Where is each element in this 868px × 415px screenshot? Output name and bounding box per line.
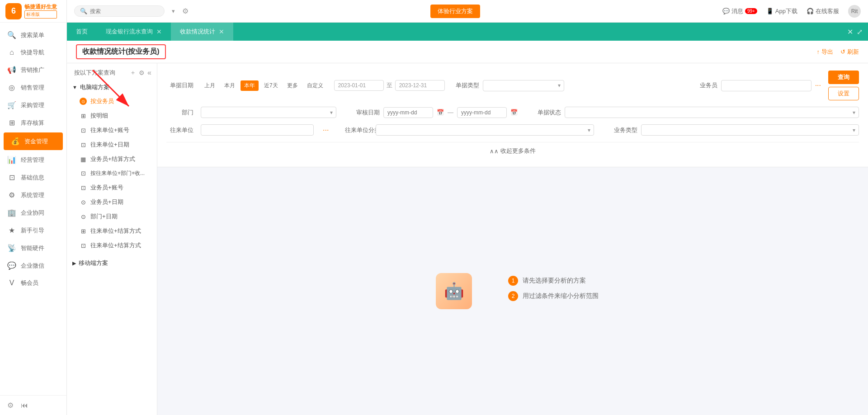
scheme-item-0[interactable]: ⊙ 按业务员 [67, 94, 157, 108]
collapse-panel-btn[interactable]: « [147, 69, 151, 77]
counterpart-more-btn[interactable]: ··· [323, 126, 329, 134]
scheme-item-8[interactable]: ⊙ 部门+日期 [67, 209, 157, 224]
dept-label: 部门 [166, 108, 193, 117]
search-icon: 🔍 [7, 31, 16, 39]
salesman-input[interactable] [721, 80, 811, 91]
tab-bank-flow[interactable]: 现金银行流水查询 ✕ [97, 23, 171, 41]
sidebar-item-wechat[interactable]: 💬 企业微信 [0, 257, 66, 274]
sidebar-item-base-info[interactable]: ⊡ 基础信息 [0, 169, 66, 186]
online-service-action[interactable]: 🎧 在线客服 [807, 7, 839, 15]
sidebar-item-system[interactable]: ⚙ 系统管理 [0, 186, 66, 204]
user-avatar[interactable]: Rit [848, 5, 861, 18]
sidebar-footer: ⚙ ⏮ [0, 395, 66, 415]
sidebar-item-operations[interactable]: 📊 经营管理 [0, 151, 66, 169]
finance-icon: 💰 [11, 137, 20, 146]
calendar-icon-from[interactable]: 📅 [437, 109, 444, 116]
date-tab-7days[interactable]: 近7天 [260, 80, 282, 91]
page-title-box: 收款情况统计(按业务员) [76, 44, 166, 59]
counterpart-category-select[interactable] [376, 124, 594, 136]
hardware-icon: 📡 [7, 244, 16, 252]
sidebar-item-quick-nav[interactable]: ⌂ 快捷导航 [0, 44, 66, 61]
doc-status-label: 单据状态 [534, 108, 561, 117]
date-from-input[interactable] [334, 80, 384, 91]
counterpart-input[interactable] [201, 124, 314, 136]
sidebar-item-enterprise[interactable]: 🏢 企业协同 [0, 204, 66, 222]
scheme-item-4[interactable]: ▦ 业务员+结算方式 [67, 152, 157, 166]
scheme-item-10[interactable]: ⊡ 往来单位+结算方式 [67, 238, 157, 253]
collapse-filter-btn[interactable]: ∧∧ 收起更多条件 [166, 142, 859, 160]
step-num-2: 2 [508, 291, 518, 301]
message-badge: 99+ [745, 8, 757, 14]
content-area: 按以下方案查询 ＋ ⚙ « ▼ 电脑端方案 [67, 63, 868, 415]
sidebar-item-search[interactable]: 🔍 搜索菜单 [0, 26, 66, 44]
scheme-item-7[interactable]: ⊙ 业务员+日期 [67, 195, 157, 209]
doc-type-select[interactable] [483, 80, 564, 91]
sidebar-item-sales[interactable]: ◎ 销售管理 [0, 79, 66, 96]
dropdown-icon[interactable]: ▾ [172, 8, 175, 14]
desktop-group-toggle[interactable]: ▼ 电脑端方案 [67, 80, 157, 94]
sidebar-item-newbie-label: 新手引导 [21, 226, 44, 235]
date-to-input[interactable] [395, 80, 445, 91]
more-options-btn[interactable]: ··· [815, 81, 821, 90]
date-tab-more[interactable]: 更多 [283, 80, 302, 91]
setting-btn[interactable]: 设置 [828, 87, 859, 100]
online-service-label: 在线客服 [816, 7, 839, 15]
review-date-group: 审核日期 📅 — 📅 [353, 107, 518, 118]
expand-btn[interactable]: ⤢ [857, 28, 863, 36]
scheme-item-3[interactable]: ⊡ 往来单位+日期 [67, 137, 157, 152]
scheme-item-2[interactable]: ⊡ 往来单位+账号 [67, 123, 157, 137]
scheme-item-1[interactable]: ⊞ 按明细 [67, 108, 157, 123]
sidebar-item-finance[interactable]: 💰 资金管理 [4, 132, 63, 150]
refresh-btn[interactable]: ↺ 刷新 [840, 48, 859, 56]
date-tab-last-month[interactable]: 上月 [201, 80, 219, 91]
review-from-input[interactable] [383, 107, 433, 118]
doc-status-select[interactable] [565, 107, 859, 118]
app-download-action[interactable]: 📱 App下载 [766, 7, 797, 15]
dept-select[interactable] [201, 107, 336, 118]
panel-header: 按以下方案查询 ＋ ⚙ « [67, 69, 157, 80]
scheme-item-9[interactable]: ⊞ 往来单位+结算方式 [67, 224, 157, 238]
sidebar-item-newbie[interactable]: ★ 新手引导 [0, 222, 66, 239]
mobile-group-label: 移动端方案 [79, 259, 108, 267]
sidebar-item-hardware[interactable]: 📡 智能硬件 [0, 239, 66, 257]
sidebar-item-finance-label: 资金管理 [24, 137, 48, 146]
tab-close-bank[interactable]: ✕ [156, 28, 162, 35]
tab-collection-stats[interactable]: 收款情况统计 ✕ [171, 23, 233, 41]
counterpart-category-group: 往来单位分类 [345, 124, 594, 136]
review-to-input[interactable] [457, 107, 507, 118]
settings-scheme-btn[interactable]: ⚙ [139, 69, 145, 76]
gear-icon[interactable]: ⚙ [182, 7, 189, 15]
step-1-label: 请先选择要分析的方案 [523, 277, 586, 285]
topbar-left: 🔍 ▾ ⚙ [74, 5, 189, 17]
biz-type-select[interactable] [641, 124, 859, 136]
date-tabs: 上月 本月 本年 近7天 更多 自定义 [201, 80, 327, 91]
scheme-item-6[interactable]: ⊡ 业务员+账号 [67, 180, 157, 195]
mobile-group-toggle[interactable]: ▶ 移动端方案 [67, 256, 157, 270]
sidebar-item-marketing[interactable]: 📢 营销推广 [0, 61, 66, 79]
close-window-btn[interactable]: ✕ [847, 28, 853, 36]
sidebar-item-member[interactable]: V 畅会员 [0, 274, 66, 292]
scheme-icon-4: ▦ [80, 156, 87, 163]
tab-close-collection[interactable]: ✕ [219, 28, 224, 35]
add-scheme-btn[interactable]: ＋ [130, 69, 136, 77]
export-btn[interactable]: ↑ 导出 [817, 48, 834, 56]
query-btn[interactable]: 查询 [828, 71, 859, 84]
counterpart-category-select-wrapper [376, 124, 594, 136]
topbar-search-box[interactable]: 🔍 [74, 5, 165, 17]
scheme-item-5[interactable]: ⊡ 按往来单位+部门+收... [67, 166, 157, 180]
search-input[interactable] [90, 8, 153, 14]
sidebar-item-system-label: 系统管理 [21, 191, 44, 199]
calendar-icon-to[interactable]: 📅 [510, 109, 518, 116]
app-logo: 6 畅捷通好生意 标准版 [0, 0, 66, 23]
date-tab-this-year[interactable]: 本年 [241, 80, 259, 91]
trial-btn[interactable]: 体验行业方案 [430, 5, 480, 18]
messages-action[interactable]: 💬 消息 99+ [722, 7, 757, 15]
sidebar-item-warehouse[interactable]: ⊞ 库存核算 [0, 114, 66, 132]
tab-home[interactable]: 首页 [67, 23, 97, 41]
date-tab-custom[interactable]: 自定义 [303, 80, 327, 91]
settings-icon[interactable]: ⚙ [7, 401, 14, 410]
download-icon: 📱 [766, 8, 774, 14]
collapse-sidebar-icon[interactable]: ⏮ [21, 401, 28, 410]
sidebar-item-purchase[interactable]: 🛒 采购管理 [0, 96, 66, 114]
date-tab-this-month[interactable]: 本月 [221, 80, 239, 91]
